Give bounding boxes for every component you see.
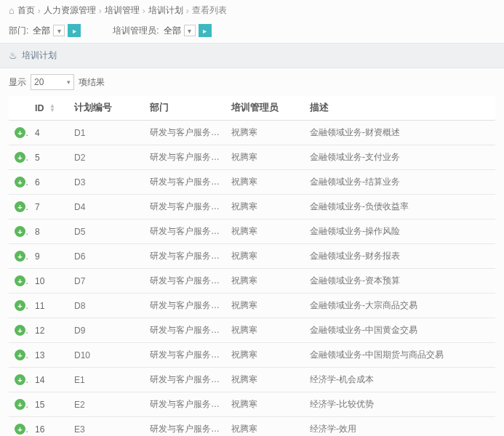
expand-row-button[interactable]: + [15,177,25,187]
expand-row-button[interactable]: + [15,127,25,138]
expand-row-button[interactable]: + [15,226,25,237]
table-row[interactable]: +12D9研发与客户服务中心祝腾寒金融领域业务-中国黄金交易 [9,318,495,343]
cell-plan-no: D7 [68,269,144,294]
table-row[interactable]: +4D1研发与客户服务中心祝腾寒金融领域业务-财资概述 [9,121,495,145]
column-description[interactable]: 描述 [304,96,495,121]
cell-manager: 祝腾寒 [225,244,304,269]
dept-filter-value: 全部 [33,25,50,37]
length-control: 显示 20 ▾ 项结果 [0,68,504,96]
mgr-filter-dropdown[interactable]: ▾ [184,25,196,36]
cell-plan-no: D4 [68,195,144,219]
expand-row-button[interactable]: + [15,325,25,336]
dept-filter-dropdown[interactable]: ▾ [53,25,65,36]
expand-row-button[interactable]: + [15,275,25,286]
breadcrumb-current: 查看列表 [192,4,227,17]
cell-description: 金融领域业务-资本预算 [304,269,495,294]
column-plan-no[interactable]: 计划编号 [68,96,144,121]
column-id[interactable]: ID ▲▼ [29,96,68,121]
page-title: 培训计划 [22,49,57,62]
table-row[interactable]: +6D3研发与客户服务中心祝腾寒金融领域业务-结算业务 [9,170,495,195]
cell-dept: 研发与客户服务中心 [144,170,225,195]
cell-id: 14 [29,368,68,392]
cell-manager: 祝腾寒 [225,417,304,437]
expand-row-button[interactable]: + [15,152,25,163]
table-row[interactable]: +15E2研发与客户服务中心祝腾寒经济学-比较优势 [9,392,495,417]
column-expand [9,96,29,121]
cell-dept: 研发与客户服务中心 [144,145,225,170]
cell-description: 金融领域业务-财务报表 [304,244,495,269]
expand-row-button[interactable]: + [15,399,25,410]
cell-manager: 祝腾寒 [225,343,304,368]
cell-dept: 研发与客户服务中心 [144,195,225,219]
cell-id: 7 [29,195,68,219]
cell-id: 4 [29,121,68,145]
cell-description: 金融领域业务-财资概述 [304,121,495,145]
breadcrumb-home[interactable]: 首页 [17,4,35,17]
cell-dept: 研发与客户服务中心 [144,219,225,244]
filter-row: 部门: 全部 ▾ ▸ 培训管理员: 全部 ▾ ▸ [0,21,504,40]
table-row[interactable]: +5D2研发与客户服务中心祝腾寒金融领域业务-支付业务 [9,145,495,170]
cell-plan-no: D8 [68,294,144,318]
cell-plan-no: D6 [68,244,144,269]
cell-plan-no: D5 [68,219,144,244]
sort-icon: ▲▼ [49,104,55,113]
length-value: 20 [34,77,44,87]
breadcrumb-separator: › [143,6,145,16]
cell-manager: 祝腾寒 [225,392,304,417]
table-row[interactable]: +16E3研发与客户服务中心祝腾寒经济学-效用 [9,417,495,437]
dept-filter-apply-button[interactable]: ▸ [68,24,81,37]
cell-id: 13 [29,343,68,368]
table-row[interactable]: +8D5研发与客户服务中心祝腾寒金融领域业务-操作风险 [9,219,495,244]
cell-dept: 研发与客户服务中心 [144,343,225,368]
expand-row-button[interactable]: + [15,374,25,385]
expand-row-button[interactable]: + [15,424,25,435]
dept-filter-label: 部门: [9,25,28,37]
cell-id: 8 [29,219,68,244]
expand-row-button[interactable]: + [15,251,25,262]
mgr-filter-value: 全部 [164,25,181,37]
cell-dept: 研发与客户服务中心 [144,417,225,437]
breadcrumb-hr[interactable]: 人力资源管理 [44,4,96,17]
breadcrumb-training-mgmt[interactable]: 培训管理 [105,4,140,17]
cell-manager: 祝腾寒 [225,294,304,318]
table-row[interactable]: +10D7研发与客户服务中心祝腾寒金融领域业务-资本预算 [9,269,495,294]
table-row[interactable]: +14E1研发与客户服务中心祝腾寒经济学-机会成本 [9,368,495,392]
chevron-down-icon: ▾ [67,78,71,86]
column-manager[interactable]: 培训管理员 [225,96,304,121]
table-row[interactable]: +11D8研发与客户服务中心祝腾寒金融领域业务-大宗商品交易 [9,294,495,318]
training-plan-table: ID ▲▼ 计划编号 部门 培训管理员 描述 +4D1研发与客户服务中心祝腾寒金… [9,96,495,436]
expand-row-button[interactable]: + [15,350,25,360]
column-dept[interactable]: 部门 [144,96,225,121]
cell-plan-no: D1 [68,121,144,145]
mgr-filter-apply-button[interactable]: ▸ [199,24,212,37]
home-icon: ⌂ [9,5,15,16]
cell-description: 金融领域业务-中国期货与商品交易 [304,343,495,368]
cell-description: 经济学-机会成本 [304,368,495,392]
cell-dept: 研发与客户服务中心 [144,368,225,392]
cell-id: 6 [29,170,68,195]
length-select[interactable]: 20 ▾ [31,74,74,90]
cell-manager: 祝腾寒 [225,195,304,219]
cell-description: 金融领域业务-大宗商品交易 [304,294,495,318]
cell-manager: 祝腾寒 [225,170,304,195]
expand-row-button[interactable]: + [15,201,25,212]
table-row[interactable]: +9D6研发与客户服务中心祝腾寒金融领域业务-财务报表 [9,244,495,269]
cell-manager: 祝腾寒 [225,269,304,294]
cell-manager: 祝腾寒 [225,318,304,343]
cell-plan-no: E3 [68,417,144,437]
cell-description: 经济学-比较优势 [304,392,495,417]
table-row[interactable]: +13D10研发与客户服务中心祝腾寒金融领域业务-中国期货与商品交易 [9,343,495,368]
breadcrumb: ⌂ 首页 › 人力资源管理 › 培训管理 › 培训计划 › 查看列表 [0,0,504,21]
breadcrumb-separator: › [186,6,189,16]
cell-plan-no: D3 [68,170,144,195]
cell-manager: 祝腾寒 [225,121,304,145]
cell-id: 11 [29,294,68,318]
table-row[interactable]: +7D4研发与客户服务中心祝腾寒金融领域业务-负债收益率 [9,195,495,219]
column-description-label: 描述 [310,102,329,113]
cell-dept: 研发与客户服务中心 [144,318,225,343]
cell-plan-no: D2 [68,145,144,170]
expand-row-button[interactable]: + [15,300,25,311]
column-dept-label: 部门 [150,102,169,113]
cell-description: 经济学-效用 [304,417,495,437]
breadcrumb-training-plan[interactable]: 培训计划 [148,4,183,17]
